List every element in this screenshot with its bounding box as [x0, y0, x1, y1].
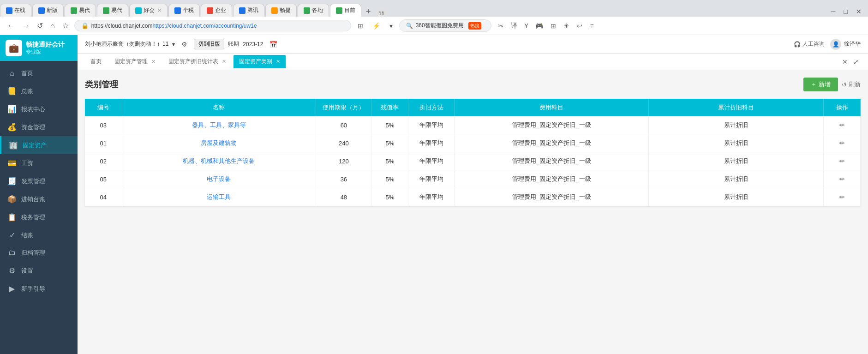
cell-action-5: ✏	[824, 188, 861, 206]
user-avatar: 👤	[830, 39, 841, 50]
page-tab-fixed-mgmt[interactable]: 固定资产管理 ✕	[109, 55, 161, 68]
browser-tab-yidai2[interactable]: 易代	[97, 4, 128, 17]
browser-tab-gedi[interactable]: 各地	[298, 4, 329, 17]
cell-name-3[interactable]: 机器、机械和其他生产设备	[122, 152, 316, 170]
edit-button-4[interactable]: ✏	[839, 175, 845, 183]
browser-tab-zaixin[interactable]: 在线	[0, 4, 31, 17]
consultant-button[interactable]: 🎧 人工咨询	[794, 40, 825, 48]
sidebar-item-label-inventory: 进销台账	[21, 195, 45, 204]
cell-name-4[interactable]: 电子设备	[122, 170, 316, 188]
cell-num-1: 03	[85, 116, 122, 134]
salary-icon: 💳	[7, 159, 17, 168]
wallet-button[interactable]: ¥	[522, 21, 531, 31]
history-button[interactable]: ↩	[574, 21, 585, 31]
logo-icon: 💼	[6, 40, 22, 56]
page-tab-label-fixed-mgmt: 固定资产管理	[114, 58, 148, 66]
sidebar-item-fixed[interactable]: 🏢 固定资产	[0, 136, 78, 154]
edit-button-3[interactable]: ✏	[839, 157, 845, 165]
tab-count: 11	[377, 10, 387, 17]
sidebar-item-reports[interactable]: 📊 报表中心	[0, 100, 78, 118]
col-header-rate: 残值率	[371, 99, 408, 116]
browser-tab-geshui[interactable]: 个税	[168, 4, 200, 17]
cell-period-4: 36	[316, 170, 371, 188]
cell-accum-5: 累计折旧	[649, 188, 824, 206]
add-button[interactable]: ＋ 新增	[803, 78, 838, 91]
sidebar-item-home[interactable]: ⌂ 首页	[0, 65, 78, 82]
logo-sub: 专业版	[26, 48, 65, 55]
sidebar-item-archive[interactable]: 🗂 归档管理	[0, 244, 78, 262]
sidebar-item-salary[interactable]: 💳 工资	[0, 154, 78, 172]
tab-label-changte: 畅提	[280, 6, 291, 14]
page-tab-home[interactable]: 首页	[85, 55, 107, 68]
headset-icon: 🎧	[794, 41, 801, 48]
browser-tab-yidai1[interactable]: 易代	[65, 4, 96, 17]
account-dropdown-icon[interactable]: ▾	[172, 41, 175, 48]
switch-version-btn[interactable]: 切到旧版	[194, 39, 224, 49]
tab-close-category[interactable]: ✕	[276, 59, 280, 65]
scissors-tool-button[interactable]: ✂	[495, 21, 506, 31]
browser-tab-xinban[interactable]: 新版	[32, 4, 64, 17]
page-tab-depreciation[interactable]: 固定资产折旧统计表 ✕	[163, 55, 232, 68]
reload-button[interactable]: ↺	[35, 19, 45, 32]
cell-method-2: 年限平均	[408, 134, 455, 152]
menu-button[interactable]: ≡	[587, 21, 596, 31]
sidebar-item-funds[interactable]: 💰 资金管理	[0, 118, 78, 136]
sidebar-item-inventory[interactable]: 📦 进销台账	[0, 190, 78, 208]
edit-button-2[interactable]: ✏	[839, 139, 845, 147]
home-button[interactable]: ⌂	[48, 20, 57, 32]
cell-rate-3: 5%	[371, 152, 408, 170]
calendar-icon[interactable]: 📅	[267, 39, 280, 49]
game-button[interactable]: 🎮	[533, 21, 546, 31]
sidebar-item-label-fixed: 固定资产	[23, 141, 47, 150]
col-header-method: 折旧方法	[408, 99, 455, 116]
tab-window-close-button[interactable]: ✕	[840, 57, 850, 66]
hot-badge: 热搜	[468, 22, 481, 30]
search-bar[interactable]: 🔍 360智能抠图免费用 热搜	[399, 19, 491, 32]
site-info-button[interactable]: ⊞	[355, 21, 366, 31]
browser-tab-muqian[interactable]: 目前	[330, 4, 361, 17]
cell-name-5[interactable]: 运输工具	[122, 188, 316, 206]
tab-window-expand-button[interactable]: ⤢	[851, 57, 861, 66]
sidebar-item-checkout[interactable]: ✓ 结账	[0, 226, 78, 244]
boost-button[interactable]: ⚡	[370, 21, 383, 31]
expand-address-button[interactable]: ▾	[387, 21, 395, 31]
sidebar-item-ledger[interactable]: 📒 总账	[0, 82, 78, 100]
edit-button-1[interactable]: ✏	[839, 121, 845, 129]
maximize-button[interactable]: □	[841, 6, 850, 17]
cell-name-1[interactable]: 器具、工具、家具等	[122, 116, 316, 134]
forward-button[interactable]: →	[20, 20, 31, 32]
page-tab-category[interactable]: 固定资产类别 ✕	[233, 55, 286, 68]
browser-tab-qiye[interactable]: 企业	[201, 4, 232, 17]
tab-close-depreciation[interactable]: ✕	[222, 59, 226, 65]
browser-tab-tengxun[interactable]: 腾讯	[233, 4, 264, 17]
translate-button[interactable]: 译	[508, 20, 520, 31]
app-container: 💼 畅捷通好会计 专业版 ⌂ 首页 📒 总账 📊 报表中心 💰 资金管理	[0, 35, 868, 354]
browser-tab-changte[interactable]: 畅提	[265, 4, 297, 17]
refresh-label: 刷新	[849, 80, 861, 89]
back-button[interactable]: ←	[6, 20, 17, 32]
bookmark-button[interactable]: ☆	[60, 19, 71, 32]
cell-accum-1: 累计折旧	[649, 116, 824, 134]
edit-button-5[interactable]: ✏	[839, 193, 845, 201]
action-buttons: ＋ 新增 ↺ 刷新	[803, 78, 861, 91]
sidebar-item-guide[interactable]: ▶ 新手引导	[0, 280, 78, 298]
minimize-button[interactable]: ─	[828, 6, 838, 17]
ledger-icon: 📒	[7, 87, 17, 96]
cell-action-4: ✏	[824, 170, 861, 188]
tab-close-haohui[interactable]: ✕	[157, 7, 162, 13]
cell-name-2[interactable]: 房屋及建筑物	[122, 134, 316, 152]
browser-tab-haohui[interactable]: 好会 ✕	[129, 4, 168, 17]
theme-button[interactable]: ☀	[561, 21, 572, 31]
settings-tool-button[interactable]: ⚙	[179, 39, 190, 49]
tab-close-fixed-mgmt[interactable]: ✕	[151, 59, 156, 65]
cell-period-5: 48	[316, 188, 371, 206]
close-window-button[interactable]: ✕	[853, 6, 864, 17]
refresh-button[interactable]: ↺ 刷新	[842, 78, 861, 91]
sidebar-item-settings[interactable]: ⚙ 设置	[0, 262, 78, 280]
sidebar-item-tax[interactable]: 📋 税务管理	[0, 208, 78, 226]
user-name: 徐泽华	[844, 40, 861, 48]
new-tab-button[interactable]: +	[362, 7, 375, 17]
address-bar[interactable]: 🔒 https://cloud.chanjet.comhttps://cloud…	[74, 20, 351, 31]
sidebar-item-invoice[interactable]: 🧾 发票管理	[0, 172, 78, 190]
grid-button[interactable]: ⊞	[548, 21, 559, 31]
